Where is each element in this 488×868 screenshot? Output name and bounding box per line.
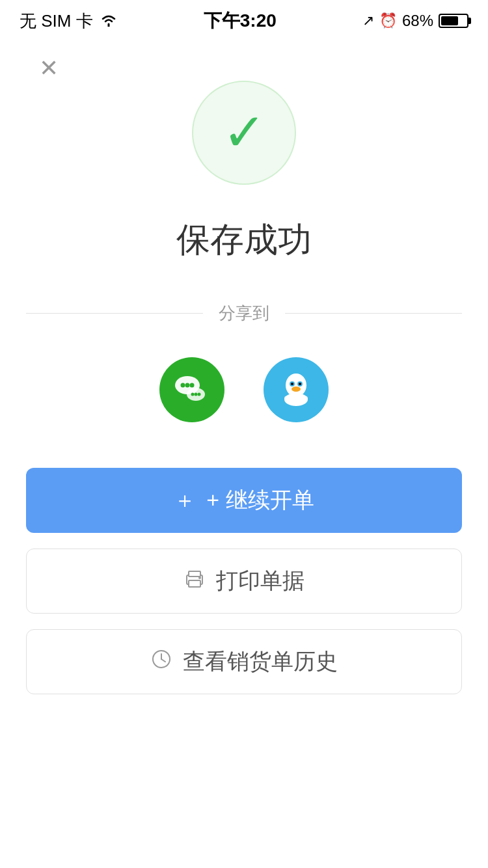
- status-time: 下午3:20: [204, 8, 277, 33]
- main-content: ✓ 保存成功 分享到: [0, 42, 488, 694]
- success-title: 保存成功: [176, 217, 312, 263]
- share-section: 分享到: [0, 302, 488, 468]
- history-label: 查看销货单历史: [183, 647, 338, 677]
- battery-percent: 68%: [402, 12, 433, 30]
- svg-point-7: [198, 393, 201, 396]
- svg-rect-19: [189, 580, 200, 587]
- success-circle: ✓: [192, 81, 296, 185]
- divider-left: [26, 313, 203, 314]
- wifi-icon: [100, 11, 118, 31]
- continue-button[interactable]: ＋ + 继续开单: [26, 468, 462, 533]
- svg-point-2: [185, 383, 190, 388]
- svg-point-1: [181, 383, 185, 388]
- share-label: 分享到: [203, 302, 285, 325]
- battery-icon: [439, 14, 468, 28]
- print-button[interactable]: 打印单据: [26, 549, 462, 614]
- status-carrier: 无 SIM 卡: [20, 10, 118, 33]
- svg-rect-18: [189, 571, 200, 576]
- svg-point-11: [291, 383, 293, 385]
- carrier-text: 无 SIM 卡: [20, 10, 93, 33]
- svg-point-5: [191, 393, 195, 396]
- share-divider: 分享到: [26, 302, 462, 325]
- share-icons: [26, 357, 462, 422]
- svg-line-23: [161, 659, 165, 662]
- history-button[interactable]: 查看销货单历史: [26, 629, 462, 694]
- svg-point-15: [284, 396, 292, 401]
- location-icon: ↗: [362, 12, 374, 29]
- svg-point-13: [291, 387, 301, 392]
- plus-icon: ＋: [174, 485, 196, 515]
- svg-point-6: [195, 393, 198, 396]
- status-indicators: ↗ ⏰ 68%: [362, 12, 468, 30]
- svg-point-16: [300, 396, 308, 401]
- svg-point-3: [190, 383, 195, 388]
- continue-label: + 继续开单: [206, 485, 314, 515]
- svg-point-20: [198, 576, 201, 579]
- svg-point-12: [299, 383, 301, 385]
- action-buttons: ＋ + 继续开单 打印单据: [0, 468, 488, 694]
- close-button[interactable]: ✕: [33, 52, 65, 85]
- wechat-share-button[interactable]: [159, 357, 224, 422]
- close-icon: ✕: [39, 55, 59, 82]
- printer-icon: [183, 567, 206, 595]
- qq-share-button[interactable]: [264, 357, 329, 422]
- alarm-icon: ⏰: [379, 12, 397, 29]
- checkmark-icon: ✓: [223, 107, 266, 159]
- clock-icon: [150, 648, 172, 675]
- divider-right: [285, 313, 462, 314]
- print-label: 打印单据: [216, 566, 305, 596]
- status-bar: 无 SIM 卡 下午3:20 ↗ ⏰ 68%: [0, 0, 488, 42]
